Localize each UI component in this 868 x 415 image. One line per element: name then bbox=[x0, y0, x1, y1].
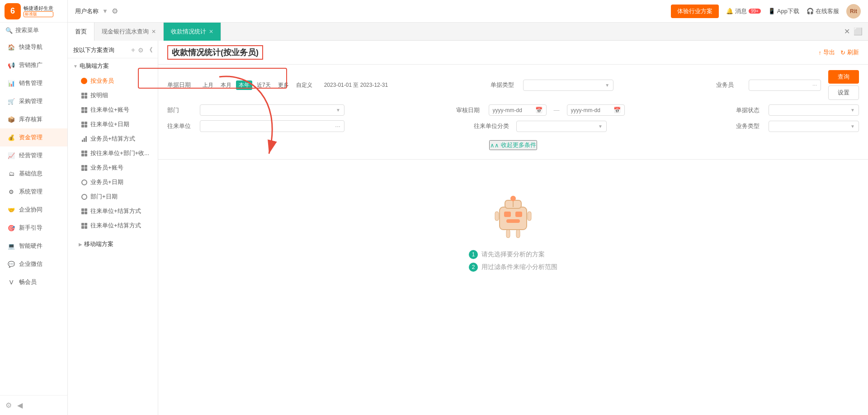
date-range-text: 2023-01-01 至 2023-12-31 bbox=[324, 81, 388, 89]
right-content: 收款情况统计(按业务员) ↑ 导出 ↻ 刷新 单据日期 bbox=[158, 41, 868, 415]
doc-status-label: 单据状态 bbox=[736, 106, 761, 114]
scheme-item-unit-date[interactable]: 往来单位+日期 bbox=[68, 117, 158, 132]
refresh-btn[interactable]: ↻ 刷新 bbox=[840, 48, 859, 57]
tab-maximize[interactable]: ⬜ bbox=[854, 27, 863, 36]
page-title-actions: ↑ 导出 ↻ 刷新 bbox=[819, 48, 859, 57]
tab-home[interactable]: 首页 bbox=[68, 23, 94, 41]
scheme-icon-grid4 bbox=[80, 150, 88, 157]
scheme-icon-grid2 bbox=[80, 106, 88, 113]
scheme-icon-circle2 bbox=[80, 179, 88, 186]
trial-btn[interactable]: 体验行业方案 bbox=[671, 5, 719, 18]
scheme-item-unit-account[interactable]: 往来单位+账号 bbox=[68, 103, 158, 117]
scheme-item-salesman-settle[interactable]: 业务员+结算方式 bbox=[68, 132, 158, 146]
sidebar-item-system[interactable]: ⚙ 系统管理 bbox=[0, 183, 67, 201]
mobile-group-title[interactable]: ▶ 移动端方案 bbox=[73, 236, 152, 252]
sidebar-item-quicknav[interactable]: 🏠 快捷导航 bbox=[0, 38, 67, 56]
date-tab-last7[interactable]: 近7天 bbox=[254, 80, 274, 90]
collapse-btn[interactable]: ∧∧ 收起更多条件 bbox=[489, 140, 537, 150]
calendar-icon-1[interactable]: 📅 bbox=[535, 107, 542, 113]
sidebar-item-sales[interactable]: 📊 销售管理 bbox=[0, 74, 67, 92]
sidebar-item-purchase[interactable]: 🛒 采购管理 bbox=[0, 92, 67, 110]
sidebar-item-newbie[interactable]: 🎯 新手引导 bbox=[0, 219, 67, 237]
business-type-select[interactable]: ▼ bbox=[769, 121, 859, 132]
box-icon: 📦 bbox=[7, 115, 15, 123]
mobile-arrow-icon: ▶ bbox=[79, 242, 82, 247]
left-panel-add-btn[interactable]: + bbox=[131, 46, 135, 54]
left-panel-collapse-icon[interactable]: 《 bbox=[146, 46, 152, 54]
sidebar-item-marketing[interactable]: 📢 营销推广 bbox=[0, 56, 67, 74]
date-tab-this-year[interactable]: 本年 bbox=[236, 80, 252, 90]
salesman-select[interactable]: ··· bbox=[749, 80, 821, 91]
empty-illustration bbox=[486, 187, 540, 241]
doc-type-arrow-icon: ▼ bbox=[605, 83, 609, 88]
review-end-field[interactable] bbox=[571, 107, 612, 113]
export-btn[interactable]: ↑ 导出 bbox=[819, 48, 835, 57]
filter-row-2: 部门 ▼ 审核日期 📅 — 📅 bbox=[167, 104, 859, 116]
scheme-item-unit-settle2[interactable]: 往来单位+结算方式 bbox=[68, 218, 158, 233]
scheme-item-detail[interactable]: 按明细 bbox=[68, 88, 158, 103]
group-arrow-icon: ▼ bbox=[73, 64, 78, 69]
empty-tips: 1 请先选择要分析的方案 2 用过滤条件来缩小分析范围 bbox=[469, 250, 557, 275]
review-date-start-input[interactable]: 📅 bbox=[489, 104, 547, 116]
sidebar-item-member[interactable]: V 畅会员 bbox=[0, 273, 67, 291]
tab-collection[interactable]: 收款情况统计 ✕ bbox=[164, 23, 221, 41]
date-tab-more[interactable]: 更多 bbox=[275, 80, 292, 90]
tab-close-window[interactable]: ✕ bbox=[844, 27, 850, 36]
dept-select[interactable]: ▼ bbox=[200, 104, 344, 116]
counterpart-select[interactable]: ··· bbox=[200, 120, 344, 132]
dept-label: 部门 bbox=[167, 106, 193, 114]
sidebar-search[interactable]: 🔍 搜索菜单 bbox=[0, 23, 67, 38]
review-start-field[interactable] bbox=[493, 107, 533, 113]
counterpart-label: 往来单位 bbox=[167, 122, 193, 130]
page-title-bar: 收款情况统计(按业务员) ↑ 导出 ↻ 刷新 bbox=[158, 41, 868, 65]
tab-bank[interactable]: 现金银行流水查询 ✕ bbox=[94, 23, 164, 41]
scheme-item-salesman-date[interactable]: 业务员+日期 bbox=[68, 175, 158, 189]
scheme-item-dept-date[interactable]: 部门+日期 bbox=[68, 189, 158, 204]
salesman-label: 业务员 bbox=[716, 81, 741, 89]
date-tab-last-month[interactable]: 上月 bbox=[200, 80, 216, 90]
scheme-item-salesman[interactable]: 按业务员 bbox=[68, 74, 158, 88]
header-settings-icon[interactable]: ⚙ bbox=[112, 7, 118, 15]
sidebar-item-hardware[interactable]: 💻 智能硬件 bbox=[0, 237, 67, 255]
counterpart-type-select[interactable]: ▼ bbox=[516, 121, 607, 132]
query-btn[interactable]: 查询 bbox=[828, 70, 859, 84]
tab-collection-close[interactable]: ✕ bbox=[209, 28, 213, 35]
counterpart-more-icon[interactable]: ··· bbox=[335, 123, 340, 130]
tab-bank-close[interactable]: ✕ bbox=[151, 28, 156, 35]
sidebar-item-finance[interactable]: 💰 资金管理 bbox=[0, 128, 67, 146]
target-icon: 🎯 bbox=[7, 224, 15, 232]
date-tab-this-month[interactable]: 本月 bbox=[218, 80, 234, 90]
footer-collapse-icon[interactable]: ◀ bbox=[17, 401, 23, 410]
review-date-end-input[interactable]: 📅 bbox=[567, 104, 625, 116]
settings-btn[interactable]: 设置 bbox=[828, 85, 859, 100]
header-dropdown-icon[interactable]: ▼ bbox=[102, 8, 108, 14]
page-title: 收款情况统计(按业务员) bbox=[167, 45, 263, 60]
scheme-item-unit-dept-collect[interactable]: 按往来单位+部门+收... bbox=[68, 146, 158, 160]
sidebar-item-inventory[interactable]: 📦 库存核算 bbox=[0, 110, 67, 128]
doc-type-select[interactable]: ▼ bbox=[523, 80, 613, 91]
scheme-item-salesman-account[interactable]: 业务员+账号 bbox=[68, 160, 158, 175]
app-download-btn[interactable]: 📱 App下载 bbox=[768, 7, 799, 15]
desktop-scheme-group: ▼ 电脑端方案 按业务员 按明细 bbox=[68, 58, 158, 233]
tab-bar: 首页 现金银行流水查询 ✕ 收款情况统计 ✕ ✕ ⬜ bbox=[68, 23, 868, 41]
mobile-scheme-group[interactable]: ▶ 移动端方案 bbox=[68, 233, 158, 255]
tip-item-1: 1 请先选择要分析的方案 bbox=[469, 250, 557, 259]
date-tab-custom[interactable]: 自定义 bbox=[293, 80, 315, 90]
sidebar-item-operation[interactable]: 📈 经营管理 bbox=[0, 146, 67, 165]
sidebar-item-wechat[interactable]: 💬 企业微信 bbox=[0, 255, 67, 273]
action-btn-group: 查询 设置 bbox=[828, 70, 859, 100]
calendar-icon-2[interactable]: 📅 bbox=[613, 107, 621, 113]
notifications-btn[interactable]: 🔔 消息 99+ bbox=[726, 7, 761, 15]
sidebar-item-coop[interactable]: 🤝 企业协同 bbox=[0, 201, 67, 219]
doc-status-select[interactable]: ▼ bbox=[769, 104, 859, 116]
avatar[interactable]: Rit bbox=[846, 4, 861, 19]
main-area: 用户名称 ▼ ⚙ 体验行业方案 🔔 消息 99+ 📱 App下载 🎧 在线客服 … bbox=[68, 0, 868, 415]
footer-settings-icon[interactable]: ⚙ bbox=[5, 401, 12, 410]
left-panel-settings-icon[interactable]: ⚙ bbox=[138, 47, 144, 54]
customer-service-btn[interactable]: 🎧 在线客服 bbox=[807, 7, 839, 15]
scheme-item-unit-settle1[interactable]: 往来单位+结算方式 bbox=[68, 204, 158, 218]
sidebar-item-basic[interactable]: 🗂 基础信息 bbox=[0, 165, 67, 183]
refresh-icon: ↻ bbox=[840, 49, 845, 56]
desktop-group-title[interactable]: ▼ 电脑端方案 bbox=[68, 58, 158, 74]
collapse-row: ∧∧ 收起更多条件 bbox=[167, 137, 859, 154]
